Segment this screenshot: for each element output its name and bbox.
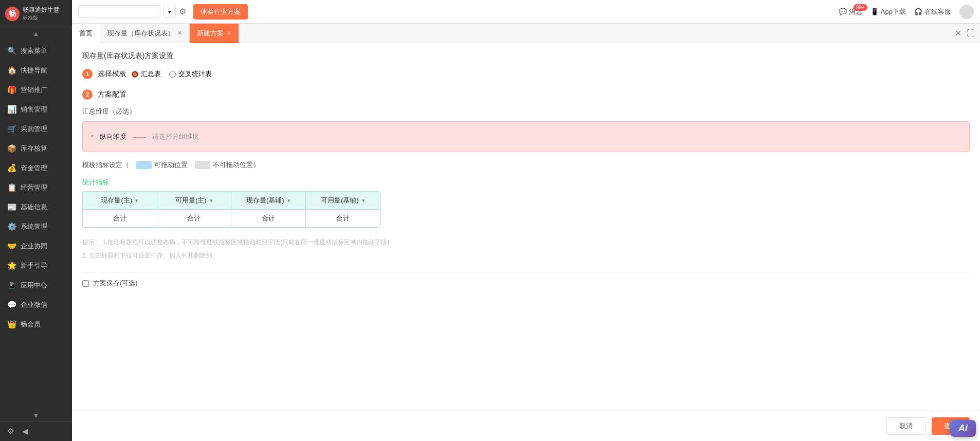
col-header-0[interactable]: 现存量(主) ▾ [83,192,157,209]
tab-new-plan-close[interactable]: ✕ [227,30,231,36]
collapse-icon[interactable]: ◀ [22,427,28,436]
sidebar-item-label: 销售管理 [21,105,47,114]
star-icon: 🌟 [7,261,16,270]
radio-cross-input[interactable] [169,71,176,78]
clipboard-icon: 📋 [7,183,16,192]
chat-icon: 💬 [7,300,16,309]
sidebar-item-search[interactable]: 🔍 搜索菜单 [0,41,72,61]
sidebar-item-enterprise[interactable]: 🤝 企业协同 [0,236,72,256]
stats-table-body: 合计 合计 合计 合计 [83,209,380,227]
section2-num: 2 [82,89,93,100]
settings-icon[interactable]: ⚙ [7,427,14,436]
sidebar-item-label: 系统管理 [21,222,47,231]
bottombar: 取消 查询 [72,411,980,441]
box-icon: 📦 [7,144,16,153]
col-header-1[interactable]: 可用量(主) ▾ [157,192,232,209]
tab-home-label: 首页 [79,29,93,38]
radio-summary-input[interactable] [132,71,138,78]
topbar-avatar[interactable] [959,5,974,19]
news-icon: 📰 [7,203,16,212]
sidebar-item-finance[interactable]: 💰 资金管理 [0,158,72,178]
topbar-service[interactable]: 🎧 在线客服 [914,7,951,16]
topbar-msg[interactable]: 💬 消息 99+ [839,7,862,16]
template-radio-group: 汇总表 交叉统计表 [132,69,212,79]
msg-icon: 💬 [839,8,847,15]
gear-icon: ⚙️ [7,222,16,231]
tab-new-plan[interactable]: 新建方案 ✕ [190,24,239,43]
sidebar-item-marketing[interactable]: 🎁 营销推广 [0,80,72,100]
main-area: ▾ ⚙ 体验行业方案 💬 消息 99+ 📱 App下载 🎧 在线客服 首页 [72,0,980,441]
sidebar-item-member[interactable]: 👑 畅会员 [0,315,72,334]
tip-line-1: 提示： 1.拖动标题栏可以调整布局，不可跨维度或指标区域拖动栏目字段(只能在同一… [82,236,970,248]
crown-icon: 👑 [7,320,16,329]
ai-button[interactable]: Ai [950,420,976,437]
sidebar: 畅 畅康通好生意 标准版 ▲ 🔍 搜索菜单 🏠 快捷导航 🎁 营销推广 📊 销售… [0,0,72,441]
stats-cell-3: 合计 [306,209,380,227]
money-icon: 💰 [7,163,16,173]
topbar-dropdown-btn[interactable]: ▾ [164,6,176,18]
section-config: 2 方案配置 汇总维度（必选） * 纵向维度 —— 请选择分组维度 模板指标设定… [82,89,970,262]
logo-text: 畅康通好生意 标准版 [23,6,60,22]
sidebar-item-base[interactable]: 📰 基础信息 [0,197,72,217]
tab-inventory-close[interactable]: ✕ [177,30,182,36]
sidebar-item-newbie[interactable]: 🌟 新手引导 [0,256,72,275]
col-header-2[interactable]: 现存量(基辅) ▾ [231,192,306,209]
sidebar-item-purchase[interactable]: 🛒 采购管理 [0,119,72,139]
radio-cross[interactable]: 交叉统计表 [169,69,212,79]
sidebar-item-operation[interactable]: 📋 经营管理 [0,178,72,197]
sidebar-item-label: 快捷导航 [21,66,47,75]
radio-summary-label: 汇总表 [141,69,161,79]
dimension-name: 纵向维度 [100,132,126,141]
drag-box-gray [195,161,210,169]
tab-inventory-label: 现存量（库存状况表） [107,29,174,38]
content-area: 现存量(库存状况表)方案设置 1 选择模板 汇总表 交叉统计表 [72,43,980,411]
save-checkbox[interactable] [82,280,89,287]
dimension-placeholder[interactable]: 请选择分组维度 [152,132,199,141]
topbar-settings-icon[interactable]: ⚙ [179,7,186,16]
sidebar-item-appstore[interactable]: 📱 应用中心 [0,275,72,295]
section1-header: 1 选择模板 汇总表 交叉统计表 [82,69,970,79]
col-header-label-3: 可用量(基辅) [321,196,359,205]
col-header-3[interactable]: 可用量(基辅) ▾ [306,192,380,209]
tab-close-btn[interactable]: ✕ [955,28,961,38]
section1-title: 选择模板 [98,69,126,79]
service-label: 在线客服 [924,7,951,16]
sidebar-item-shortcut[interactable]: 🏠 快捷导航 [0,61,72,80]
sidebar-item-sales[interactable]: 📊 销售管理 [0,100,72,119]
sidebar-scroll-up[interactable]: ▲ [0,28,72,39]
topbar-search-area: ▾ ⚙ 体验行业方案 [78,4,834,20]
sidebar-item-label: 营销推广 [21,85,47,95]
tabbar: 首页 现存量（库存状况表） ✕ 新建方案 ✕ ✕ ⛶ [72,24,980,43]
sidebar-item-label: 资金管理 [21,163,47,173]
tab-expand-btn[interactable]: ⛶ [967,29,975,38]
topbar-search-input[interactable] [78,5,160,18]
dimension-row: * 纵向维度 —— 请选择分组维度 [91,132,961,141]
tip-line-2: 2. 点击标题栏下拉可设置排序、插入列和删除列 [82,249,970,262]
handshake-icon: 🤝 [7,242,16,251]
sidebar-item-label: 新手引导 [21,261,47,270]
trial-btn[interactable]: 体验行业方案 [193,4,248,20]
draggable-label: 可拖动位置 [154,160,188,170]
section-template: 1 选择模板 汇总表 交叉统计表 [82,69,970,79]
stats-cell-2: 合计 [231,209,306,227]
sidebar-item-inventory[interactable]: 📦 库存核算 [0,139,72,158]
col-header-label-0: 现存量(主) [101,196,132,205]
stats-table: 现存量(主) ▾ 可用量(主) ▾ 现存量(基辅) ▾ 可用量(基辅) [82,191,380,228]
sidebar-item-wechat[interactable]: 💬 企业微信 [0,295,72,315]
stats-table-header: 现存量(主) ▾ 可用量(主) ▾ 现存量(基辅) ▾ 可用量(基辅) [83,192,380,209]
topbar-app[interactable]: 📱 App下载 [870,7,906,16]
msg-badge: 99+ [854,4,867,11]
sidebar-item-label: 基础信息 [21,203,47,212]
tab-inventory-status[interactable]: 现存量（库存状况表） ✕ [100,24,190,43]
phone-icon: 📱 [870,8,879,15]
radio-summary[interactable]: 汇总表 [132,69,161,79]
tips-section: 提示： 1.拖动标题栏可以调整布局，不可跨维度或指标区域拖动栏目字段(只能在同一… [82,236,970,262]
content-inner: 现存量(库存状况表)方案设置 1 选择模板 汇总表 交叉统计表 [72,43,980,411]
indicator-draggable: 可拖动位置 [136,160,188,170]
tab-home[interactable]: 首页 [72,24,100,43]
cancel-button[interactable]: 取消 [886,417,925,435]
sidebar-scroll-down[interactable]: ▼ [0,410,72,421]
sidebar-item-system[interactable]: ⚙️ 系统管理 [0,217,72,236]
indicator-non-draggable: 不可拖动位置） [195,160,260,170]
cart-icon: 🛒 [7,124,16,134]
